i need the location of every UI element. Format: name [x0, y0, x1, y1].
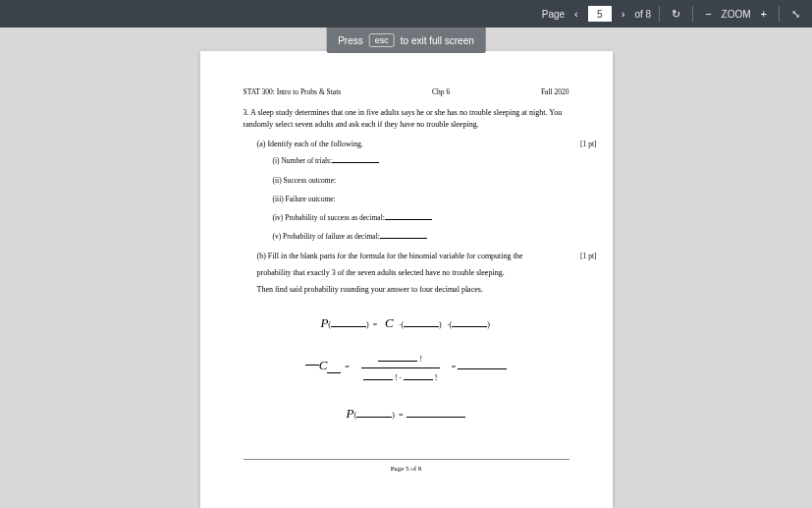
- exit-fullscreen-icon[interactable]: ⤡: [787, 6, 804, 23]
- part-a-label: (a): [257, 140, 266, 148]
- footer-text: Page 5 of 8: [391, 465, 422, 473]
- part-b-label: (b): [257, 252, 266, 260]
- course-title: STAT 300: Intro to Probs & Stats: [244, 86, 342, 97]
- term-label: Fall 2020: [541, 86, 569, 97]
- part-a-points: [1 pt]: [580, 139, 596, 149]
- separator: [779, 6, 780, 22]
- item-iii: (iii) Failure outcome:: [244, 194, 569, 204]
- part-b-line2: probability that exactly 3 of the seven …: [244, 267, 569, 279]
- formula-3: P() =: [244, 404, 569, 423]
- document-page: STAT 300: Intro to Probs & Stats Chp 6 F…: [200, 51, 613, 508]
- item-ii: (ii) Success outcome:: [244, 175, 569, 186]
- part-b-line3: Then find said probability rounding your…: [244, 284, 569, 296]
- page-footer: Page 5 of 8: [244, 453, 569, 475]
- chapter-label: Chp 6: [432, 86, 450, 97]
- pdf-toolbar: Page ‹ › of 8 ↻ − ZOOM + ⤡: [0, 0, 812, 28]
- fullscreen-hint: Press esc to exit full screen: [326, 28, 486, 53]
- zoom-in-button[interactable]: +: [757, 6, 771, 22]
- part-b-points: [1 pt]: [580, 251, 596, 261]
- part-a-text: Identify each of the following.: [267, 140, 363, 148]
- q3-number: 3.: [244, 108, 249, 117]
- zoom-out-button[interactable]: −: [701, 6, 715, 22]
- q3-text: A sleep study determines that one in fiv…: [244, 108, 563, 129]
- separator: [692, 6, 693, 22]
- question-3: 3. A sleep study determines that one in …: [244, 107, 569, 131]
- page-label: Page: [542, 9, 565, 20]
- esc-key: esc: [369, 33, 395, 47]
- separator: [659, 6, 660, 22]
- formula-2: C = ! ! · ! =: [244, 350, 569, 386]
- hint-press: Press: [338, 35, 363, 46]
- page-number-input[interactable]: [588, 6, 612, 22]
- part-b-line1: Fill in the blank parts for the formula …: [268, 252, 523, 260]
- reload-icon[interactable]: ↻: [668, 6, 684, 23]
- blank-field: [380, 232, 427, 239]
- page-total: of 8: [634, 9, 651, 20]
- page-header: STAT 300: Intro to Probs & Stats Chp 6 F…: [244, 86, 569, 97]
- zoom-label: ZOOM: [722, 9, 751, 20]
- document-viewport[interactable]: STAT 300: Intro to Probs & Stats Chp 6 F…: [0, 28, 812, 508]
- blank-field: [385, 213, 432, 220]
- formula-1: P() = C ·() ·(): [244, 313, 569, 333]
- part-a: (a) Identify each of the following. [1 p…: [244, 139, 569, 150]
- item-iv: (iv) Probability of success as decimal:: [244, 212, 569, 223]
- next-page-button[interactable]: ›: [618, 6, 629, 22]
- blank-field: [332, 156, 379, 163]
- hint-rest: to exit full screen: [401, 35, 474, 46]
- prev-page-button[interactable]: ‹: [570, 6, 582, 22]
- item-i: (i) Number of trials:: [244, 155, 569, 166]
- item-v: (v) Probability of failure as decimal:: [244, 231, 569, 242]
- part-b: (b) Fill in the blank parts for the form…: [244, 251, 569, 262]
